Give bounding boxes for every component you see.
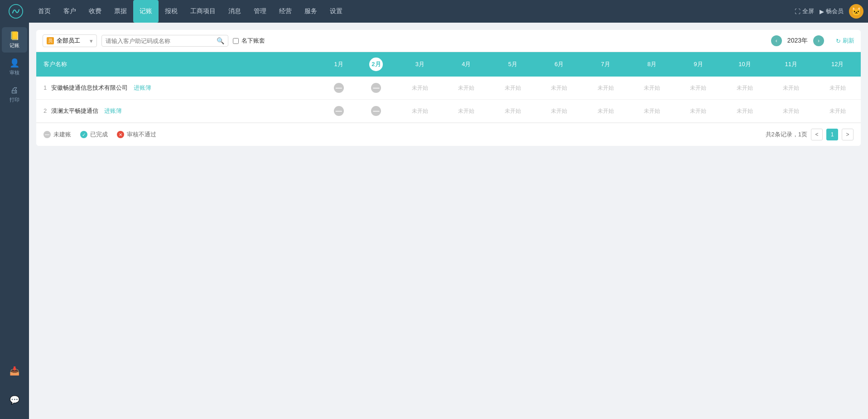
- client-num: 2: [43, 107, 47, 114]
- month-cell-1-11[interactable]: 未开始: [815, 100, 861, 123]
- bookkeeping-icon: 📒: [10, 31, 19, 41]
- nav-manage[interactable]: 管理: [247, 0, 273, 23]
- month-cell-1-10[interactable]: 未开始: [768, 100, 814, 123]
- month-cell-1-4[interactable]: 未开始: [490, 100, 536, 123]
- total-records: 共2条记录，1页: [766, 130, 807, 139]
- legend-rejected: ✕ 审核不通过: [117, 130, 156, 139]
- month-cell-0-5[interactable]: 未开始: [536, 77, 582, 100]
- not-started-label: 未开始: [829, 108, 846, 114]
- page-1-button[interactable]: 1: [826, 129, 838, 140]
- not-created-icon: —: [371, 83, 381, 93]
- month-cell-0-11[interactable]: 未开始: [815, 77, 861, 100]
- enter-ledger-link[interactable]: 进账簿: [134, 84, 151, 91]
- month-cell-0-6[interactable]: 未开始: [582, 77, 628, 100]
- month-cell-0-0[interactable]: —: [322, 77, 356, 100]
- table-wrapper: 员 全部员工 ▾ 🔍 名下账套 ‹ 2023年 ›: [36, 30, 861, 146]
- nav-services[interactable]: 服务: [298, 0, 323, 23]
- col-header-jun: 6月: [536, 52, 582, 77]
- nav-home[interactable]: 首页: [32, 0, 57, 23]
- month-cell-1-1[interactable]: —: [356, 100, 397, 123]
- month-cell-0-8[interactable]: 未开始: [675, 77, 721, 100]
- not-created-icon: —: [371, 106, 381, 116]
- legend-dash-icon: —: [43, 131, 51, 138]
- client-name: 安徽畅捷通信息技术有限公司: [51, 84, 128, 91]
- col-header-jan: 1月: [322, 52, 356, 77]
- month-cell-1-7[interactable]: 未开始: [629, 100, 675, 123]
- top-navigation: 首页 客户 收费 票据 记账 报税 工商项目 消息 管理 经营 服务 设置 ⛶ …: [0, 0, 868, 23]
- month-cell-0-1[interactable]: —: [356, 77, 397, 100]
- prev-year-button[interactable]: ‹: [771, 35, 782, 46]
- nav-operations[interactable]: 经营: [273, 0, 298, 23]
- month-cell-1-5[interactable]: 未开始: [536, 100, 582, 123]
- not-started-label: 未开始: [412, 85, 428, 91]
- prev-page-button[interactable]: <: [811, 129, 823, 140]
- employee-select[interactable]: 员 全部员工 ▾: [43, 34, 97, 47]
- next-year-button[interactable]: ›: [813, 35, 824, 46]
- legend: — 未建账 ✓ 已完成 ✕ 审核不通过: [43, 130, 156, 139]
- fullscreen-button[interactable]: ⛶ 全屏: [795, 7, 814, 15]
- logo: [5, 4, 27, 19]
- month-cell-0-7[interactable]: 未开始: [629, 77, 675, 100]
- not-started-label: 未开始: [505, 108, 521, 114]
- sidebar-item-download[interactable]: 📥: [2, 358, 27, 384]
- chat-icon: 💬: [10, 395, 19, 405]
- sidebar-item-chat[interactable]: 💬: [2, 387, 27, 413]
- nav-business[interactable]: 工商项目: [184, 0, 222, 23]
- not-created-icon: —: [334, 106, 344, 116]
- nav-bookkeeping[interactable]: 记账: [133, 0, 159, 23]
- col-header-oct: 10月: [722, 52, 768, 77]
- chevron-down-icon: ▾: [90, 38, 93, 44]
- table-row: 2 漠澜太平畅捷通信 进账簿 ——未开始未开始未开始未开始未开始未开始未开始未开…: [36, 100, 861, 123]
- next-page-button[interactable]: >: [842, 129, 854, 140]
- page-footer: — 未建账 ✓ 已完成 ✕ 审核不通过 共2条记录，1页 < 1: [36, 123, 861, 146]
- my-accounts-checkbox-label[interactable]: 名下账套: [233, 37, 265, 45]
- refresh-button[interactable]: ↻ 刷新: [836, 37, 854, 45]
- col-header-aug: 8月: [629, 52, 675, 77]
- month-cell-1-3[interactable]: 未开始: [443, 100, 489, 123]
- vip-button[interactable]: ▶ 畅会员: [820, 7, 844, 15]
- search-input[interactable]: [106, 38, 217, 44]
- month-cell-0-2[interactable]: 未开始: [397, 77, 443, 100]
- fullscreen-icon: ⛶: [795, 8, 800, 15]
- sidebar-item-bookkeeping[interactable]: 📒 记账: [2, 27, 27, 53]
- not-started-label: 未开始: [412, 108, 428, 114]
- col-header-may: 5月: [490, 52, 536, 77]
- not-started-label: 未开始: [551, 108, 567, 114]
- nav-invoices[interactable]: 票据: [108, 0, 133, 23]
- nav-settings[interactable]: 设置: [323, 0, 349, 23]
- sidebar-item-print[interactable]: 🖨 打印: [2, 82, 27, 107]
- sidebar-bottom: 📥 💬: [2, 358, 27, 419]
- month-cell-1-8[interactable]: 未开始: [675, 100, 721, 123]
- month-cell-0-10[interactable]: 未开始: [768, 77, 814, 100]
- table-body: 1 安徽畅捷通信息技术有限公司 进账簿 ——未开始未开始未开始未开始未开始未开始…: [36, 77, 861, 123]
- avatar[interactable]: 🐱: [849, 4, 863, 19]
- not-started-label: 未开始: [458, 85, 474, 91]
- search-box: 🔍: [101, 35, 228, 47]
- search-icon[interactable]: 🔍: [217, 37, 224, 44]
- month-cell-1-2[interactable]: 未开始: [397, 100, 443, 123]
- col-header-sep: 9月: [675, 52, 721, 77]
- month-cell-0-4[interactable]: 未开始: [490, 77, 536, 100]
- my-accounts-checkbox[interactable]: [233, 38, 239, 44]
- legend-check-icon: ✓: [80, 131, 87, 138]
- not-started-label: 未开始: [598, 85, 614, 91]
- enter-ledger-link[interactable]: 进账簿: [104, 107, 122, 114]
- month-cell-1-9[interactable]: 未开始: [722, 100, 768, 123]
- month-cell-1-0[interactable]: —: [322, 100, 356, 123]
- nav-messages[interactable]: 消息: [222, 0, 247, 23]
- nav-tax[interactable]: 报税: [159, 0, 184, 23]
- sidebar-item-review[interactable]: 👤 审核: [2, 54, 27, 80]
- col-header-client: 客户名称: [36, 52, 322, 77]
- table-row: 1 安徽畅捷通信息技术有限公司 进账簿 ——未开始未开始未开始未开始未开始未开始…: [36, 77, 861, 100]
- month-cell-0-9[interactable]: 未开始: [722, 77, 768, 100]
- not-started-label: 未开始: [737, 108, 753, 114]
- nav-clients[interactable]: 客户: [57, 0, 82, 23]
- download-icon: 📥: [10, 366, 19, 376]
- nav-fees[interactable]: 收费: [82, 0, 108, 23]
- refresh-icon: ↻: [836, 38, 841, 44]
- table-scroll: 客户名称 1月 2月 3月 4月 5月 6月: [36, 52, 861, 123]
- legend-completed: ✓ 已完成: [80, 130, 108, 139]
- table-header: 客户名称 1月 2月 3月 4月 5月 6月: [36, 52, 861, 77]
- month-cell-0-3[interactable]: 未开始: [443, 77, 489, 100]
- month-cell-1-6[interactable]: 未开始: [582, 100, 628, 123]
